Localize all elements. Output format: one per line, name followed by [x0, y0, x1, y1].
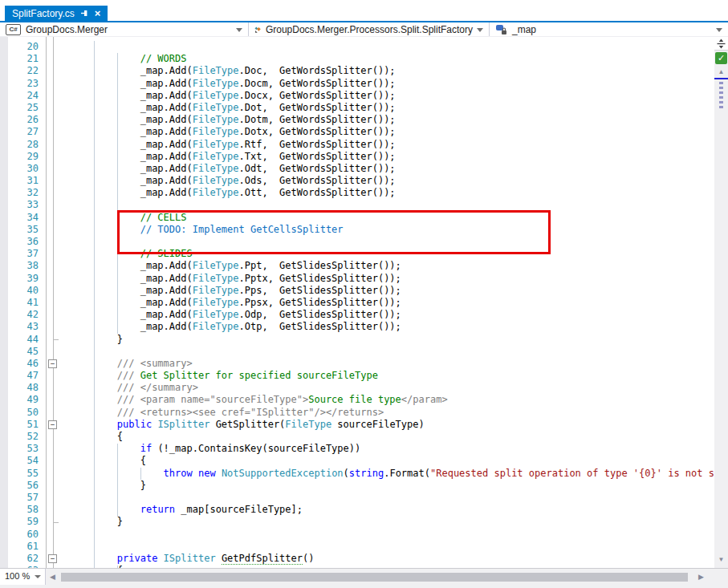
line-number: 48 [0, 382, 39, 394]
project-dropdown-label: GroupDocs.Merger [26, 24, 108, 35]
code-row: 47 /// Get Splitter for specified source… [0, 370, 714, 382]
outlining-margin [39, 163, 61, 175]
code-line [61, 529, 71, 541]
line-number: 57 [0, 492, 39, 504]
line-number: 38 [0, 260, 39, 272]
zoom-control[interactable]: 100 % [0, 569, 46, 585]
type-dropdown[interactable]: GroupDocs.Merger.Processors.Split.SplitF… [249, 22, 490, 36]
line-number: 50 [0, 407, 39, 419]
outlining-margin [39, 285, 61, 297]
member-dropdown[interactable]: _map [490, 22, 728, 36]
line-number: 25 [0, 102, 39, 114]
line-number: 44 [0, 334, 39, 346]
line-number: 59 [0, 516, 39, 528]
outlining-margin [39, 224, 61, 236]
outlining-margin [39, 309, 61, 321]
code-line: /// <param name="sourceFileType">Source … [61, 394, 448, 406]
horizontal-scrollbar[interactable]: ◀ ▶ [46, 569, 714, 585]
code-line [61, 199, 71, 211]
scroll-right-arrow[interactable]: ▶ [698, 573, 704, 581]
outlining-margin [39, 297, 61, 309]
line-number: 41 [0, 297, 39, 309]
code-line [61, 346, 71, 358]
outlining-margin [39, 541, 61, 553]
code-row: 30 _map.Add(FileType.Odt, GetWordsSplitt… [0, 163, 714, 175]
outlining-margin [39, 346, 61, 358]
code-editor[interactable]: 2021 // WORDS22 _map.Add(FileType.Doc, G… [0, 37, 728, 568]
code-row: 21 // WORDS [0, 53, 714, 65]
outlining-margin [39, 370, 61, 382]
chevron-down-icon[interactable] [236, 28, 242, 32]
outlining-margin [39, 139, 61, 151]
chevron-down-icon[interactable] [716, 28, 722, 32]
outlining-margin [39, 407, 61, 419]
code-row: 23 _map.Add(FileType.Docm, GetWordsSplit… [0, 78, 714, 90]
scroll-left-arrow[interactable]: ◀ [50, 573, 55, 581]
code-row: 50 /// <returns><see cref="ISplitter"/><… [0, 407, 714, 419]
code-row: 58 return _map[sourceFileType]; [0, 504, 714, 516]
chevron-down-icon[interactable] [477, 28, 483, 32]
outlining-margin [39, 90, 61, 102]
line-number: 40 [0, 285, 39, 297]
code-line: _map.Add(FileType.Dotx, GetWordsSplitter… [61, 126, 396, 138]
line-number: 47 [0, 370, 39, 382]
code-line: _map.Add(FileType.Ods, GetWordsSplitter(… [61, 175, 396, 187]
code-line: _map.Add(FileType.Txt, GetWordsSplitter(… [61, 151, 396, 163]
line-number: 54 [0, 455, 39, 467]
private-field-icon [495, 24, 507, 35]
document-tab[interactable]: SplitFactory.cs × [5, 6, 108, 21]
chevron-down-icon[interactable] [35, 575, 41, 578]
line-number: 27 [0, 126, 39, 138]
scrollbar-corner [714, 569, 728, 588]
code-line: _map.Add(FileType.Dot, GetWordsSplitter(… [61, 102, 396, 114]
outlining-margin [39, 187, 61, 199]
code-row: 46 /// <summary> [0, 358, 714, 370]
code-line [61, 492, 71, 504]
code-line: _map.Add(FileType.Docm, GetWordsSplitter… [61, 78, 396, 90]
horizontal-scrollbar-thumb[interactable] [61, 573, 688, 582]
code-line: { [61, 431, 123, 443]
outlining-margin [39, 65, 61, 77]
code-row: 29 _map.Add(FileType.Txt, GetWordsSplitt… [0, 151, 714, 163]
navigation-bar: C# GroupDocs.Merger GroupDocs.Merger.Pro… [0, 22, 728, 37]
code-row: 38 _map.Add(FileType.Ppt, GetSlidesSplit… [0, 260, 714, 272]
project-dropdown[interactable]: C# GroupDocs.Merger [0, 22, 249, 36]
line-number: 24 [0, 90, 39, 102]
code-line: /// <summary> [61, 358, 193, 370]
code-line: _map.Add(FileType.Odp, GetSlidesSplitter… [61, 309, 401, 321]
tab-title: SplitFactory.cs [12, 8, 75, 19]
code-row: 55 throw new NotSupportedException(strin… [0, 468, 714, 480]
line-number: 46 [0, 358, 39, 370]
file-health-indicator[interactable]: ✓ [715, 52, 727, 64]
code-line [61, 41, 71, 53]
close-icon[interactable]: × [95, 8, 101, 18]
scroll-up-arrow[interactable]: ▲ [714, 68, 728, 75]
line-number: 34 [0, 212, 39, 224]
scroll-down-arrow[interactable]: ▼ [714, 556, 728, 563]
code-lines: 2021 // WORDS22 _map.Add(FileType.Doc, G… [0, 41, 714, 568]
line-number: 23 [0, 78, 39, 90]
fold-collapse-box[interactable]: − [48, 359, 57, 368]
code-row: 39 _map.Add(FileType.Pptx, GetSlidesSpli… [0, 273, 714, 285]
line-number: 39 [0, 273, 39, 285]
splitter-handle[interactable] [714, 37, 728, 51]
outlining-margin [39, 126, 61, 138]
code-line: /// Get Splitter for specified sourceFil… [61, 370, 378, 382]
line-number: 55 [0, 468, 39, 480]
code-row: 51 public ISplitter GetSplitter(FileType… [0, 419, 714, 431]
outlining-margin [39, 236, 61, 248]
code-row: 26 _map.Add(FileType.Dotm, GetWordsSplit… [0, 114, 714, 126]
outlining-margin [39, 114, 61, 126]
pin-icon[interactable] [80, 9, 89, 18]
line-number: 20 [0, 41, 39, 53]
zoom-level: 100 % [5, 571, 30, 581]
code-row: 44 } [0, 334, 714, 346]
fold-collapse-box[interactable]: − [48, 554, 57, 563]
fold-collapse-box[interactable]: − [48, 420, 57, 429]
line-number: 37 [0, 248, 39, 260]
line-number: 28 [0, 139, 39, 151]
vertical-scrollbar[interactable]: ✓ ▲ ▼ [714, 37, 728, 568]
code-line: _map.Add(FileType.Docx, GetWordsSplitter… [61, 90, 396, 102]
code-line: /// <returns><see cref="ISplitter"/></re… [61, 407, 384, 419]
code-line: _map.Add(FileType.Otp, GetSlidesSplitter… [61, 321, 401, 333]
